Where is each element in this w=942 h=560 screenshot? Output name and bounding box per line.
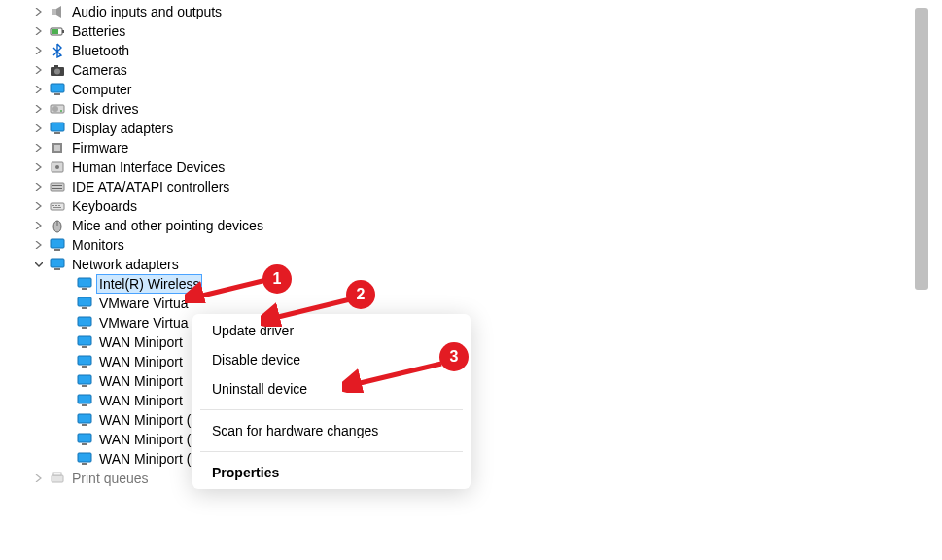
svg-rect-31 xyxy=(54,268,60,270)
tree-item-hid[interactable]: Human Interface Devices xyxy=(2,158,928,177)
tree-label: WAN Miniport xyxy=(99,352,183,371)
tree-item-disk[interactable]: Disk drives xyxy=(2,99,928,119)
network-adapter-icon xyxy=(76,450,93,468)
annotation-badge-3: 3 xyxy=(439,342,469,371)
tree-item-network-child[interactable]: VMware Virtua xyxy=(2,294,928,313)
tree-item-firmware[interactable]: Firmware xyxy=(2,138,928,158)
svg-rect-44 xyxy=(78,395,91,403)
svg-rect-33 xyxy=(82,288,87,290)
svg-rect-34 xyxy=(78,298,91,306)
svg-rect-48 xyxy=(78,434,91,442)
chevron-right-icon[interactable] xyxy=(31,159,47,175)
svg-rect-29 xyxy=(54,249,60,251)
svg-point-5 xyxy=(54,69,60,75)
network-adapter-icon xyxy=(76,275,93,293)
chevron-right-icon[interactable] xyxy=(31,4,47,19)
svg-line-55 xyxy=(270,299,350,319)
chevron-right-icon[interactable] xyxy=(31,82,47,97)
annotation-arrow-1 xyxy=(185,270,272,303)
svg-line-56 xyxy=(352,364,441,385)
svg-rect-15 xyxy=(54,145,60,151)
tree-label: Mice and other pointing devices xyxy=(72,216,263,235)
svg-rect-42 xyxy=(78,375,91,384)
ide-icon xyxy=(49,178,66,195)
svg-rect-0 xyxy=(52,9,56,15)
chevron-right-icon[interactable] xyxy=(31,43,47,58)
menu-scan-hardware[interactable]: Scan for hardware changes xyxy=(192,416,471,445)
svg-point-17 xyxy=(55,165,59,169)
tree-label: Computer xyxy=(72,80,131,99)
svg-rect-53 xyxy=(53,472,61,475)
tree-item-cameras[interactable]: Cameras xyxy=(2,60,928,80)
svg-point-11 xyxy=(60,110,62,112)
network-adapter-icon xyxy=(76,353,93,370)
tree-item-monitors[interactable]: Monitors xyxy=(2,235,928,255)
svg-rect-50 xyxy=(78,453,91,462)
annotation-badge-2: 2 xyxy=(346,280,375,309)
chevron-right-icon[interactable] xyxy=(31,23,47,39)
tree-label: WAN Miniport xyxy=(99,332,183,352)
hid-icon xyxy=(49,158,66,176)
menu-label: Scan for hardware changes xyxy=(212,423,378,438)
tree-item-display[interactable]: Display adapters xyxy=(2,119,928,138)
chevron-right-icon[interactable] xyxy=(31,179,47,194)
mouse-icon xyxy=(49,217,66,234)
speaker-icon xyxy=(49,3,66,20)
svg-rect-47 xyxy=(82,424,87,426)
chevron-right-icon[interactable] xyxy=(31,121,47,136)
tree-label: Keyboards xyxy=(72,196,137,216)
chevron-right-icon[interactable] xyxy=(31,101,47,117)
tree-label: Network adapters xyxy=(72,255,179,274)
tree-item-ide[interactable]: IDE ATA/ATAPI controllers xyxy=(2,177,928,196)
monitor-icon xyxy=(49,81,66,98)
tree-item-audio[interactable]: Audio inputs and outputs xyxy=(2,2,928,21)
context-menu[interactable]: Update driver Disable device Uninstall d… xyxy=(192,314,471,489)
tree-label: Print queues xyxy=(72,469,149,488)
tree-label: VMware Virtua xyxy=(99,294,189,313)
chevron-right-icon[interactable] xyxy=(31,471,47,486)
svg-rect-39 xyxy=(82,346,87,348)
svg-rect-35 xyxy=(82,307,87,309)
tree-item-batteries[interactable]: Batteries xyxy=(2,21,928,41)
network-adapter-icon xyxy=(76,314,93,332)
tree-item-computer[interactable]: Computer xyxy=(2,80,928,99)
svg-rect-41 xyxy=(82,366,87,368)
chevron-right-icon[interactable] xyxy=(31,237,47,253)
svg-rect-37 xyxy=(82,327,87,329)
tree-item-network-adapters[interactable]: Network adapters xyxy=(2,255,928,274)
tree-item-bluetooth[interactable]: Bluetooth xyxy=(2,41,928,60)
svg-rect-7 xyxy=(51,84,64,92)
chevron-right-icon[interactable] xyxy=(31,62,47,78)
network-adapter-icon xyxy=(76,295,93,312)
tree-label: Disk drives xyxy=(72,99,138,119)
tree-label: VMware Virtua xyxy=(99,313,189,332)
tree-item-mice[interactable]: Mice and other pointing devices xyxy=(2,216,928,235)
tree-label: Cameras xyxy=(72,60,127,80)
network-adapter-icon xyxy=(76,392,93,409)
crop-fade xyxy=(0,552,915,560)
tree-label: WAN Miniport xyxy=(99,371,183,391)
chevron-right-icon[interactable] xyxy=(31,198,47,214)
chevron-down-icon[interactable] xyxy=(31,257,47,272)
tree-label: Display adapters xyxy=(72,119,173,138)
svg-rect-19 xyxy=(52,185,62,186)
chevron-right-icon[interactable] xyxy=(31,218,47,233)
svg-rect-43 xyxy=(82,385,87,387)
svg-rect-30 xyxy=(51,259,64,267)
svg-point-10 xyxy=(52,106,58,112)
svg-rect-6 xyxy=(54,65,58,67)
annotation-arrow-2 xyxy=(261,292,358,327)
tree-label: Bluetooth xyxy=(72,41,129,60)
svg-rect-46 xyxy=(78,414,91,423)
svg-rect-25 xyxy=(53,207,61,208)
menu-label: Uninstall device xyxy=(212,381,307,397)
menu-properties[interactable]: Properties xyxy=(192,458,471,487)
svg-rect-51 xyxy=(82,463,87,465)
menu-label: Properties xyxy=(212,465,279,480)
tree-item-network-child[interactable]: Intel(R) Wireless xyxy=(2,274,928,294)
camera-icon xyxy=(49,61,66,79)
chevron-right-icon[interactable] xyxy=(31,140,47,156)
annotation-badge-1: 1 xyxy=(262,264,292,294)
scrollbar-vertical[interactable] xyxy=(915,8,928,290)
tree-item-keyboards[interactable]: Keyboards xyxy=(2,196,928,216)
